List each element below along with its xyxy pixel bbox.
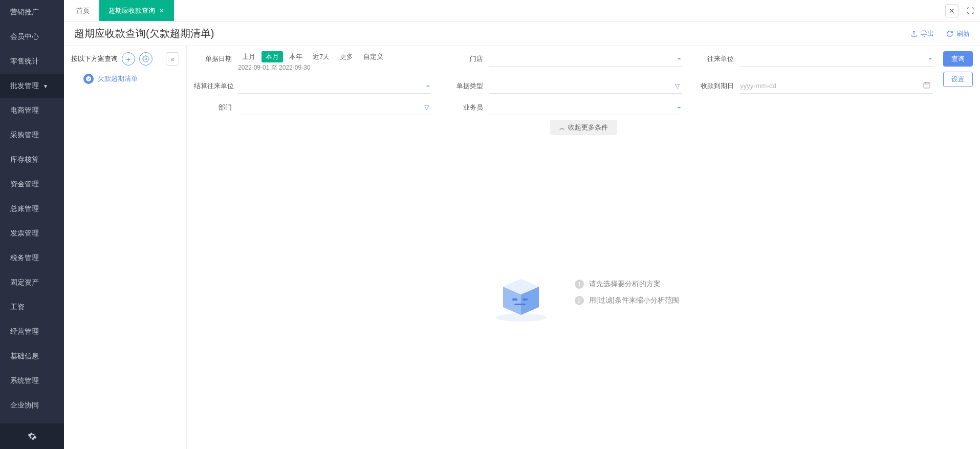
more-icon[interactable]: ···	[426, 82, 431, 90]
date-opt-prev-month[interactable]: 上月	[238, 51, 259, 62]
main: 首页 超期应收款查询✕ ✕ ⛶ 超期应收款查询(欠款超期清单) 导出 刷新	[64, 0, 980, 449]
side-list: 营销推广 会员中心 零售统计 批发管理▼ 电商管理 采购管理 库存核算 资金管理…	[0, 0, 64, 423]
plan-item-icon	[83, 74, 94, 84]
refresh-button[interactable]: 刷新	[946, 29, 970, 38]
add-plan-button[interactable]: +	[122, 52, 135, 66]
tab-bar: 首页 超期应收款查询✕ ✕ ⛶	[64, 0, 980, 22]
date-opt-this-month[interactable]: 本月	[262, 51, 283, 62]
more-icon[interactable]: ···	[677, 103, 682, 111]
sidebar-item-label: 资金管理	[10, 180, 39, 189]
refresh-label: 刷新	[956, 29, 970, 38]
sidebar-item-marketing[interactable]: 营销推广	[0, 0, 64, 25]
sidebar-item-label: 电商管理	[10, 106, 39, 115]
sidebar-item-ledger[interactable]: 总账管理	[0, 197, 64, 221]
sidebar-item-tax[interactable]: 税务管理	[0, 246, 64, 270]
plus-icon: +	[126, 55, 131, 63]
chevron-down-icon: ▽	[424, 104, 431, 111]
filter-label: 业务员	[445, 100, 489, 115]
query-label: 查询	[951, 54, 965, 63]
gear-icon	[142, 55, 149, 62]
close-icon: ✕	[949, 7, 955, 15]
sidebar-item-label: 企业协同	[10, 401, 39, 410]
calendar-icon[interactable]	[923, 81, 933, 91]
sidebar-item-funds[interactable]: 资金管理	[0, 172, 64, 197]
store-input[interactable]: ···	[489, 51, 682, 67]
settings-button[interactable]: 设置	[943, 72, 973, 87]
svg-point-0	[145, 58, 147, 60]
more-icon[interactable]: ···	[928, 55, 933, 62]
filter-label: 单据类型	[445, 78, 489, 94]
sidebar-item-ecommerce[interactable]: 电商管理	[0, 98, 64, 123]
chevron-up-icon: ︽	[559, 124, 565, 132]
tab-overdue-receivable[interactable]: 超期应收款查询✕	[99, 0, 174, 21]
settings-label: 设置	[951, 75, 965, 84]
filter-dept: 部门 ▽	[194, 100, 431, 115]
sidebar-item-label: 采购管理	[10, 131, 39, 140]
filter-label: 单据日期	[194, 51, 238, 67]
plan-column: 按以下方案查询 + « 欠款超期清单	[64, 46, 187, 449]
filter-due-date: 收款到期日 yyyy-mm-dd	[696, 78, 933, 94]
sidebar-item-system[interactable]: 系统管理	[0, 369, 64, 393]
fullscreen-icon: ⛶	[967, 7, 974, 15]
refresh-icon	[946, 30, 953, 37]
empty-state: 1请先选择要分析的方案 2用[过滤]条件来缩小分析范围	[187, 136, 980, 449]
sidebar-item-fixed-asset[interactable]: 固定资产	[0, 270, 64, 295]
due-date-input[interactable]: yyyy-mm-dd	[740, 78, 933, 94]
sidebar-item-retail-stats[interactable]: 零售统计	[0, 49, 64, 74]
clerk-input[interactable]: ···	[489, 100, 682, 115]
sidebar-item-wholesale[interactable]: 批发管理▼	[0, 74, 64, 98]
tab-home[interactable]: 首页	[67, 0, 99, 21]
filter-label: 往来单位	[696, 51, 740, 67]
empty-step-text: 用[过滤]条件来缩小分析范围	[589, 296, 679, 305]
date-opt-more[interactable]: 更多	[336, 51, 357, 62]
sidebar-item-label: 零售统计	[10, 57, 39, 66]
dept-select[interactable]: ▽	[238, 100, 431, 115]
page-title: 超期应收款查询(欠款超期清单)	[74, 27, 214, 40]
collapse-conditions-button[interactable]: ︽ 收起更多条件	[550, 120, 617, 135]
query-button[interactable]: 查询	[943, 51, 973, 67]
filter-store: 门店 ···	[445, 51, 682, 72]
plan-settings-button[interactable]	[139, 52, 153, 66]
fullscreen-button[interactable]: ⛶	[964, 4, 977, 17]
plan-item-label: 欠款超期清单	[98, 74, 138, 83]
filter-clerk: 业务员 ···	[445, 100, 682, 115]
due-date-placeholder: yyyy-mm-dd	[740, 82, 776, 90]
sidebar-item-label: 系统管理	[10, 376, 39, 386]
tabs-close-button[interactable]: ✕	[945, 4, 959, 17]
bill-type-select[interactable]: ▽	[489, 78, 682, 94]
export-label: 导出	[921, 29, 934, 38]
svg-rect-5	[514, 304, 526, 305]
sidebar-item-enterprise[interactable]: 企业协同	[0, 393, 64, 418]
date-range-display: 2022-09-01 至 2022-09-30	[238, 63, 310, 72]
close-icon[interactable]: ✕	[159, 7, 164, 14]
sidebar-item-biz-mgmt[interactable]: 经营管理	[0, 319, 64, 344]
filter-label: 门店	[445, 51, 489, 67]
sidebar-item-member[interactable]: 会员中心	[0, 25, 64, 49]
export-button[interactable]: 导出	[910, 29, 934, 38]
collapse-label: 收起更多条件	[568, 123, 608, 132]
plan-header-label: 按以下方案查询	[71, 54, 118, 63]
sidebar-item-label: 工资	[10, 303, 25, 312]
filter-bill-date: 单据日期 上月 本月 本年 近7天 更多 自定义	[194, 51, 431, 72]
plan-collapse-button[interactable]: «	[166, 52, 179, 66]
date-opt-custom[interactable]: 自定义	[359, 51, 387, 62]
plan-item-overdue-list[interactable]: 欠款超期清单	[64, 69, 186, 89]
sidebar-settings-button[interactable]	[0, 423, 64, 449]
sidebar-item-label: 基础信息	[10, 352, 39, 361]
svg-rect-3	[512, 298, 517, 301]
filter-settle-correspondent: 结算往来单位 ···	[194, 78, 431, 94]
sidebar-item-inventory[interactable]: 库存核算	[0, 147, 64, 172]
more-icon[interactable]: ···	[677, 55, 682, 62]
sidebar-item-salary[interactable]: 工资	[0, 295, 64, 319]
sidebar-item-purchase[interactable]: 采购管理	[0, 123, 64, 147]
date-opt-this-year[interactable]: 本年	[285, 51, 307, 62]
empty-step-2: 2用[过滤]条件来缩小分析范围	[575, 296, 679, 305]
sidebar-item-invoice[interactable]: 发票管理	[0, 221, 64, 246]
date-opt-last7[interactable]: 近7天	[309, 51, 334, 62]
sidebar-item-basic-info[interactable]: 基础信息	[0, 344, 64, 369]
settle-correspondent-input[interactable]: ···	[238, 78, 431, 94]
empty-step-text: 请先选择要分析的方案	[589, 280, 661, 289]
sidebar-item-label: 批发管理	[10, 81, 39, 91]
correspondent-input[interactable]: ···	[740, 51, 933, 67]
sidebar-item-label: 发票管理	[10, 229, 39, 238]
